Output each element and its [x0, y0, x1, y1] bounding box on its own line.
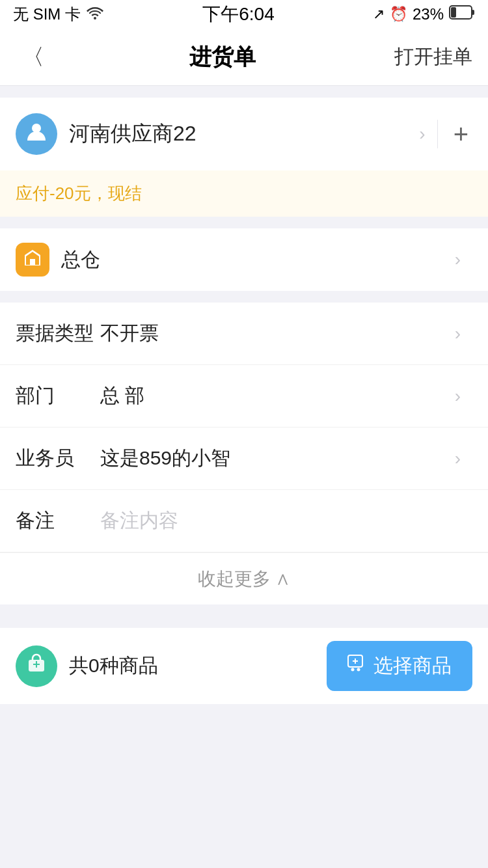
status-right: ↗ ⏰ 23%: [373, 5, 475, 23]
divider: [437, 120, 438, 148]
wifi-icon: [86, 5, 104, 23]
svg-point-3: [32, 124, 41, 133]
section-gap-4: [0, 604, 488, 616]
svg-point-12: [357, 668, 360, 671]
page-title: 进货单: [189, 42, 256, 72]
salesperson-row[interactable]: 业务员 这是859的小智 ›: [0, 427, 488, 490]
remark-label: 备注: [16, 508, 100, 534]
supplier-section: 河南供应商22 › + 应付-20元，现结: [0, 98, 488, 217]
notice-banner: 应付-20元，现结: [0, 170, 488, 217]
remark-placeholder: 备注内容: [100, 508, 472, 534]
time-label: 下午6:04: [202, 2, 275, 27]
location-icon: ↗: [373, 6, 385, 23]
salesperson-chevron-icon: ›: [455, 448, 461, 469]
svg-rect-4: [30, 259, 35, 265]
status-left: 无 SIM 卡: [13, 4, 104, 25]
svg-rect-1: [472, 10, 474, 15]
department-row[interactable]: 部门 总 部 ›: [0, 365, 488, 427]
form-section: 票据类型 不开票 › 部门 总 部 › 业务员 这是859的小智 › 备注 备注…: [0, 303, 488, 604]
warehouse-section: 总仓 ›: [0, 228, 488, 291]
open-pending-button[interactable]: 打开挂单: [394, 44, 472, 70]
select-product-button[interactable]: 选择商品: [327, 641, 472, 691]
invoice-type-label: 票据类型: [16, 320, 100, 347]
department-label: 部门: [16, 383, 100, 409]
warehouse-chevron-icon: ›: [455, 249, 461, 270]
warehouse-icon: [23, 249, 42, 271]
alarm-icon: ⏰: [390, 6, 407, 23]
select-product-label: 选择商品: [373, 653, 452, 679]
battery-label: 23%: [413, 5, 444, 23]
section-gap-3: [0, 291, 488, 303]
cart-icon: [347, 655, 367, 677]
back-button[interactable]: 〈: [16, 36, 51, 79]
supplier-avatar: [16, 113, 57, 155]
supplier-name: 河南供应商22: [69, 120, 419, 148]
section-gap-2: [0, 217, 488, 228]
svg-rect-2: [451, 7, 456, 18]
remark-row[interactable]: 备注 备注内容: [0, 490, 488, 552]
invoice-type-value: 不开票: [100, 320, 455, 347]
product-count-label: 共0种商品: [69, 653, 327, 679]
invoice-type-chevron-icon: ›: [455, 323, 461, 344]
collapse-label: 收起更多 ∧: [198, 567, 291, 591]
invoice-type-row[interactable]: 票据类型 不开票 ›: [0, 303, 488, 365]
page-background: [0, 704, 488, 868]
user-icon: [25, 120, 48, 148]
status-bar: 无 SIM 卡 下午6:04 ↗ ⏰ 23%: [0, 0, 488, 29]
section-gap-1: [0, 86, 488, 98]
warehouse-row[interactable]: 总仓 ›: [0, 228, 488, 291]
battery-icon: [449, 5, 475, 23]
supplier-row[interactable]: 河南供应商22 › +: [0, 98, 488, 170]
warehouse-icon-wrap: [16, 243, 49, 277]
product-bar: 共0种商品 选择商品: [0, 628, 488, 704]
product-bag-icon: [26, 653, 47, 679]
product-icon-wrap: [16, 645, 57, 687]
collapse-toggle[interactable]: 收起更多 ∧: [0, 552, 488, 604]
supplier-chevron-icon: ›: [419, 124, 425, 144]
salesperson-value: 这是859的小智: [100, 445, 455, 472]
nav-bar: 〈 进货单 打开挂单: [0, 29, 488, 86]
warehouse-label: 总仓: [61, 247, 455, 273]
svg-point-11: [351, 668, 355, 671]
department-chevron-icon: ›: [455, 386, 461, 407]
carrier-label: 无 SIM 卡: [13, 4, 81, 25]
department-value: 总 部: [100, 383, 455, 409]
notice-text: 应付-20元，现结: [16, 183, 142, 203]
add-supplier-button[interactable]: +: [450, 120, 472, 149]
salesperson-label: 业务员: [16, 445, 100, 472]
